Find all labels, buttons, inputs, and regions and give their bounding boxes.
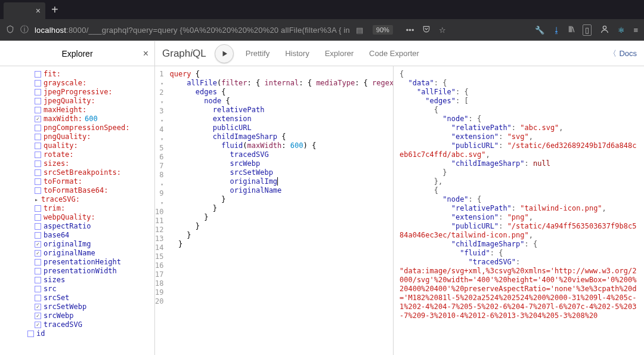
code-line[interactable]: publicURL — [169, 124, 394, 132]
checkbox-icon[interactable] — [35, 295, 41, 301]
explorer-item[interactable]: jpegQuality: — [35, 97, 154, 106]
explorer-item[interactable]: ▸traceSVG: — [35, 195, 154, 204]
explorer-item-value[interactable]: 600 — [85, 115, 98, 124]
explorer-item[interactable]: quality: — [35, 141, 154, 150]
explorer-item[interactable]: fit: — [35, 70, 154, 79]
checkbox-icon[interactable] — [35, 214, 41, 221]
explorer-item[interactable]: webpQuality: — [35, 213, 154, 222]
code-line[interactable]: fluid(maxWidth: 600) { — [169, 141, 394, 150]
explorer-item[interactable]: base64 — [35, 231, 154, 240]
checkbox-icon[interactable] — [35, 134, 41, 140]
wrench-icon[interactable]: 🔧 — [535, 26, 544, 35]
code-line[interactable]: } — [169, 240, 394, 249]
explorer-item[interactable]: sizes: — [35, 159, 154, 168]
library-icon[interactable]: 𝄃𝄃\ — [569, 25, 575, 35]
explorer-button[interactable]: Explorer — [321, 47, 357, 60]
explorer-item[interactable]: rotate: — [35, 150, 154, 159]
close-icon[interactable]: × — [36, 6, 41, 16]
explorer-item[interactable]: tracedSVG — [35, 320, 154, 329]
code-line[interactable]: query { — [169, 70, 394, 79]
explorer-item[interactable]: srcSet — [35, 294, 154, 302]
account-icon[interactable] — [600, 24, 609, 36]
explorer-item[interactable]: pngQuality: — [35, 132, 154, 141]
close-icon[interactable]: × — [143, 48, 148, 59]
checkbox-icon[interactable] — [35, 232, 41, 239]
code-line[interactable]: relativePath — [169, 106, 394, 115]
code-line[interactable]: } — [169, 213, 394, 222]
checkbox-icon[interactable] — [35, 107, 41, 113]
react-icon[interactable]: ⚛ — [618, 26, 625, 35]
code-line[interactable]: node { — [169, 97, 394, 106]
shield-icon[interactable] — [6, 25, 14, 35]
code-line[interactable]: edges { — [169, 88, 394, 97]
checkbox-icon[interactable] — [35, 223, 41, 230]
code-line[interactable]: originalName — [169, 186, 394, 195]
explorer-item[interactable]: originalImg — [35, 240, 154, 249]
checkbox-icon[interactable] — [35, 71, 41, 78]
checkbox-icon[interactable] — [35, 250, 41, 257]
code-area[interactable]: query { allFile(filter: { internal: { me… — [167, 66, 394, 355]
code-line[interactable]: } — [169, 195, 394, 204]
explorer-item[interactable]: srcSetWebp — [35, 302, 154, 311]
sidebar-icon[interactable]: ▯ — [583, 24, 592, 36]
code-line[interactable]: childImageSharp { — [169, 132, 394, 141]
checkbox-icon[interactable] — [35, 304, 41, 310]
docs-button[interactable]: 〈 Docs — [609, 48, 637, 59]
info-icon[interactable]: ⓘ — [20, 24, 29, 35]
code-line[interactable]: srcSetWebp — [169, 168, 394, 177]
checkbox-icon[interactable] — [35, 313, 41, 319]
checkbox-icon[interactable] — [35, 160, 41, 167]
explorer-item[interactable]: srcSetBreakpoints: — [35, 168, 154, 177]
explorer-item[interactable]: pngCompressionSpeed: — [35, 124, 154, 132]
browser-tab[interactable]: × — [4, 2, 45, 19]
menu-icon[interactable]: ≡ — [633, 26, 638, 35]
checkbox-icon[interactable] — [35, 277, 41, 283]
url-display[interactable]: localhost:8000/___graphql?query=query {%… — [35, 26, 350, 35]
checkbox-icon[interactable] — [35, 143, 41, 149]
explorer-item[interactable]: grayscale: — [35, 79, 154, 88]
prettify-button[interactable]: Prettify — [242, 47, 273, 60]
checkbox-icon[interactable] — [35, 268, 41, 274]
checkbox-icon[interactable] — [35, 205, 41, 212]
reader-icon[interactable]: ▤ — [356, 26, 363, 35]
code-line[interactable]: } — [169, 204, 394, 213]
checkbox-icon[interactable] — [35, 322, 41, 328]
code-line[interactable]: allFile(filter: { internal: { mediaType:… — [169, 79, 394, 88]
checkbox-icon[interactable] — [35, 89, 41, 95]
code-line[interactable]: originalImg — [169, 177, 394, 186]
explorer-item[interactable]: src — [35, 285, 154, 294]
checkbox-icon[interactable] — [35, 80, 41, 87]
explorer-item[interactable]: sizes — [35, 276, 154, 285]
explorer-item[interactable]: trim: — [35, 204, 154, 213]
explorer-item[interactable]: toFormatBase64: — [35, 186, 154, 195]
checkbox-icon[interactable] — [35, 125, 41, 131]
history-button[interactable]: History — [281, 47, 312, 60]
download-icon[interactable]: ⭳ — [553, 26, 561, 35]
checkbox-icon[interactable] — [35, 116, 41, 122]
code-line[interactable]: srcWebp — [169, 159, 394, 168]
code-line[interactable]: } — [169, 222, 394, 231]
explorer-item[interactable]: presentationHeight — [35, 258, 154, 267]
checkbox-icon[interactable] — [35, 187, 41, 194]
checkbox-icon[interactable] — [35, 259, 41, 266]
play-button[interactable] — [215, 44, 234, 63]
explorer-item[interactable]: toFormat: — [35, 177, 154, 186]
explorer-item[interactable]: originalName — [35, 249, 154, 258]
code-line[interactable]: } — [169, 231, 394, 240]
explorer-item[interactable]: aspectRatio — [35, 222, 154, 231]
zoom-badge[interactable]: 90% — [373, 25, 393, 35]
checkbox-icon[interactable] — [27, 331, 34, 337]
code-line[interactable]: tracedSVG — [169, 150, 394, 159]
explorer-item[interactable]: maxWidth:600 — [35, 115, 154, 124]
explorer-item[interactable]: srcWebp — [35, 311, 154, 320]
pocket-icon[interactable] — [422, 25, 431, 35]
checkbox-icon[interactable] — [35, 98, 41, 104]
explorer-item[interactable]: presentationWidth — [35, 267, 154, 276]
explorer-body[interactable]: fit:grayscale:jpegProgressive:jpegQualit… — [0, 66, 154, 355]
query-editor[interactable]: 1 ▾2 ▾3 ▾4 ▾5 6 7 8 ▾9 ▾10 11 12 13 14 1… — [155, 66, 394, 355]
checkbox-icon[interactable] — [35, 169, 41, 176]
code-exporter-button[interactable]: Code Exporter — [366, 47, 423, 60]
checkbox-icon[interactable] — [35, 152, 41, 158]
bookmark-icon[interactable]: ☆ — [439, 26, 446, 35]
explorer-item[interactable]: maxHeight: — [35, 106, 154, 115]
